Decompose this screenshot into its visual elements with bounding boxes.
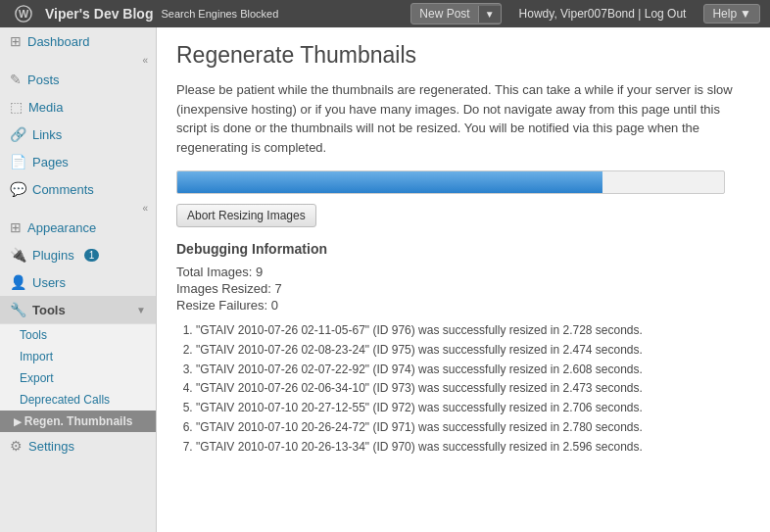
total-images-value: 9 <box>256 265 263 279</box>
site-name: Viper's Dev Blog <box>45 6 153 22</box>
sidebar-item-comments[interactable]: 💬 Comments <box>0 175 156 203</box>
logout-link[interactable]: Log Out <box>645 7 687 21</box>
description-text: Please be patient while the thumbnails a… <box>176 80 745 157</box>
sidebar-item-posts[interactable]: ✎ Posts <box>0 66 156 93</box>
sidebar-item-tools[interactable]: 🔧 Tools ▼ <box>0 296 156 323</box>
comments-icon: 💬 <box>10 181 26 197</box>
images-resized-value: 7 <box>274 281 281 296</box>
settings-icon: ⚙ <box>10 438 23 454</box>
submenu-import[interactable]: Import <box>0 346 156 367</box>
media-icon: ⬚ <box>10 99 23 115</box>
tools-submenu: Tools Import Export Deprecated Calls Reg… <box>0 323 156 432</box>
sidebar-item-pages[interactable]: 📄 Pages <box>0 148 156 175</box>
submenu-regen-thumbnails[interactable]: Regen. Thumbnails <box>0 411 156 432</box>
resize-failures-label: Resize Failures: <box>176 298 267 313</box>
list-item: "GTAIV 2010-07-26 02-08-23-24" (ID 975) … <box>196 342 750 359</box>
page-title: Regenerate Thumbnails <box>176 42 750 69</box>
sidebar-item-label: Settings <box>28 439 74 454</box>
sidebar-item-label: Appearance <box>27 220 96 235</box>
posts-icon: ✎ <box>10 72 22 87</box>
sidebar-item-settings[interactable]: ⚙ Settings <box>0 432 156 459</box>
sidebar-item-label: Tools <box>32 303 66 317</box>
sidebar-item-label: Comments <box>32 182 94 197</box>
new-post-button[interactable]: New Post ▼ <box>410 3 501 24</box>
collapse-arrow[interactable]: « <box>0 55 156 66</box>
total-images-label: Total Images: <box>176 265 252 279</box>
sidebar-item-label: Plugins <box>32 248 74 263</box>
sidebar-item-label: Pages <box>32 155 69 169</box>
list-item: "GTAIV 2010-07-10 20-26-13-34" (ID 970) … <box>196 439 750 456</box>
howdy-text: Howdy, Viper007Bond | Log Out <box>519 7 687 21</box>
sidebar-item-label: Users <box>32 275 66 290</box>
sidebar-item-users[interactable]: 👤 Users <box>0 268 156 296</box>
resize-failures-value: 0 <box>271 298 278 313</box>
new-post-dropdown-arrow[interactable]: ▼ <box>478 6 501 23</box>
submenu-tools[interactable]: Tools <box>0 324 156 346</box>
main-content: Regenerate Thumbnails Please be patient … <box>157 27 770 532</box>
images-resized-info: Images Resized: 7 <box>176 281 750 296</box>
sidebar: ⊞ Dashboard « ✎ Posts ⬚ Media 🔗 Links 📄 … <box>0 27 157 532</box>
tools-icon: 🔧 <box>10 302 26 317</box>
main-layout: ⊞ Dashboard « ✎ Posts ⬚ Media 🔗 Links 📄 … <box>0 27 770 532</box>
tools-expand-icon: ▼ <box>136 305 146 315</box>
list-item: "GTAIV 2010-07-26 02-07-22-92" (ID 974) … <box>196 362 750 378</box>
total-images-info: Total Images: 9 <box>176 265 750 279</box>
wp-logo-icon: W <box>10 0 37 27</box>
svg-text:W: W <box>19 8 29 20</box>
collapse-arrow-2[interactable]: « <box>0 203 156 214</box>
progress-bar-container: 77.8% <box>176 170 725 194</box>
progress-text: 77.8% <box>177 193 724 194</box>
submenu-export[interactable]: Export <box>0 367 156 389</box>
results-list: "GTAIV 2010-07-26 02-11-05-67" (ID 976) … <box>176 322 750 456</box>
list-item: "GTAIV 2010-07-26 02-11-05-67" (ID 976) … <box>196 322 750 339</box>
sidebar-item-label: Media <box>28 100 63 115</box>
sidebar-item-dashboard[interactable]: ⊞ Dashboard <box>0 27 156 55</box>
sidebar-item-plugins[interactable]: 🔌 Plugins 1 <box>0 241 156 268</box>
new-post-label: New Post <box>411 4 477 24</box>
username-link[interactable]: Viper007Bond <box>560 7 635 21</box>
sidebar-item-media[interactable]: ⬚ Media <box>0 93 156 121</box>
list-item: "GTAIV 2010-07-26 02-06-34-10" (ID 973) … <box>196 380 750 397</box>
abort-button[interactable]: Abort Resizing Images <box>176 204 316 227</box>
admin-bar: W Viper's Dev Blog Search Engines Blocke… <box>0 0 770 27</box>
progress-fill <box>177 171 602 193</box>
debug-title: Debugging Information <box>176 241 750 257</box>
help-dropdown-icon: ▼ <box>740 7 751 21</box>
submenu-deprecated-calls[interactable]: Deprecated Calls <box>0 389 156 411</box>
plugins-icon: 🔌 <box>10 247 26 263</box>
sidebar-item-links[interactable]: 🔗 Links <box>0 121 156 148</box>
appearance-icon: ⊞ <box>10 219 22 235</box>
sidebar-item-appearance[interactable]: ⊞ Appearance <box>0 214 156 241</box>
list-item: "GTAIV 2010-07-10 20-26-24-72" (ID 971) … <box>196 419 750 436</box>
help-button[interactable]: Help ▼ <box>703 4 760 24</box>
images-resized-label: Images Resized: <box>176 281 271 296</box>
sidebar-item-label: Posts <box>27 73 60 87</box>
sidebar-item-label: Dashboard <box>27 34 90 49</box>
pages-icon: 📄 <box>10 154 26 169</box>
users-icon: 👤 <box>10 274 26 290</box>
dashboard-icon: ⊞ <box>10 33 22 49</box>
list-item: "GTAIV 2010-07-10 20-27-12-55" (ID 972) … <box>196 400 750 416</box>
sidebar-item-label: Links <box>32 127 62 142</box>
plugins-badge: 1 <box>84 249 100 262</box>
search-engines-blocked-label: Search Engines Blocked <box>161 8 278 20</box>
links-icon: 🔗 <box>10 126 26 142</box>
resize-failures-info: Resize Failures: 0 <box>176 298 750 313</box>
